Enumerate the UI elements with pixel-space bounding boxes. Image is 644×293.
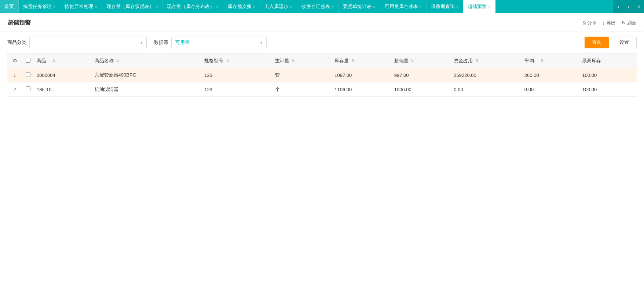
nav-close-7[interactable]: × — [332, 4, 334, 9]
th-unit[interactable]: 主计量 — [272, 54, 332, 68]
th-unit-label: 主计量 — [275, 58, 289, 63]
nav-close-4[interactable]: × — [216, 4, 218, 9]
th-max-stock-label: 最高库存 — [582, 58, 601, 63]
export-button[interactable]: ↓ 导出 — [603, 20, 616, 26]
nav-close-1[interactable]: × — [53, 4, 55, 9]
nav-item-10[interactable]: 保质期查询 × — [427, 0, 463, 13]
settings-button[interactable]: 设置 — [612, 37, 637, 48]
nav-close-6[interactable]: × — [290, 4, 292, 9]
nav-arrows: ‹ › × — [613, 0, 644, 13]
refresh-icon: ↻ — [622, 20, 626, 26]
category-filter: 商品分类 ▾ — [7, 37, 147, 48]
nav-item-8[interactable]: 要货单统计表 × — [339, 0, 380, 13]
gear-icon[interactable]: ⚙ — [12, 58, 17, 64]
cell-unit-1: 个 — [272, 82, 332, 97]
th-product-name[interactable]: 商品名称 — [92, 54, 202, 68]
table-header-row: ⚙ 商品... 商品名称 规格型号 — [7, 54, 637, 68]
cell-unit-0: 套 — [272, 68, 332, 82]
th-stock[interactable]: 库存量 — [332, 54, 391, 68]
th-capital[interactable]: 资金占用 — [451, 54, 521, 68]
nav-label-11: 超储预警 — [468, 3, 487, 10]
nav-item-1[interactable]: 拣货任务管理 × — [19, 0, 60, 13]
cell-max-stock-1: 100.00 — [579, 82, 637, 97]
sort-spec-icon[interactable] — [226, 59, 229, 63]
cell-product-code-0: 0000004 — [34, 68, 92, 82]
th-product-code[interactable]: 商品... — [34, 54, 92, 68]
nav-close-5[interactable]: × — [253, 4, 255, 9]
nav-label-5: 库存批次账 — [228, 3, 252, 10]
nav-item-5[interactable]: 库存批次账 × — [223, 0, 260, 13]
sort-stock-icon[interactable] — [351, 59, 355, 63]
nav-close-9[interactable]: × — [420, 4, 422, 9]
cell-avg-1: 0.00 — [522, 82, 579, 97]
nav-label-8: 要货单统计表 — [343, 3, 372, 10]
th-gear[interactable]: ⚙ — [7, 54, 22, 68]
sort-product-code-icon[interactable] — [52, 59, 56, 63]
row-num-1: 2 — [7, 82, 22, 97]
share-icon: ⎘ — [583, 20, 586, 26]
cell-product-name-1: 机油滤清器 — [92, 82, 202, 97]
nav-label-3: 现存量（库存状况表） — [106, 3, 154, 10]
nav-item-11[interactable]: 超储预警 × — [463, 0, 495, 13]
nav-item-3[interactable]: 现存量（库存状况表） × — [102, 0, 162, 13]
table-row: 2 186-10... 机油滤清器 123 个 1106.00 1006.00 … — [7, 82, 637, 97]
datasource-label: 数据源 — [154, 39, 168, 46]
th-max-stock[interactable]: 最高库存 — [579, 54, 637, 68]
nav-arrow-close[interactable]: × — [634, 0, 644, 13]
cell-avg-0: 260.00 — [522, 68, 579, 82]
nav-label-10: 保质期查询 — [431, 3, 455, 10]
row-checkbox-0[interactable] — [22, 68, 34, 82]
cell-capital-0: 259220.00 — [451, 68, 521, 82]
cell-product-code-1: 186-10... — [34, 82, 92, 97]
th-product-name-label: 商品名称 — [95, 58, 114, 63]
page-header: 超储预警 ⎘ 分享 ↓ 导出 ↻ 刷新 — [0, 13, 644, 31]
nav-item-6[interactable]: 出入库流水 × — [260, 0, 297, 13]
nav-item-7[interactable]: 收发存汇总表 × — [297, 0, 339, 13]
share-button[interactable]: ⎘ 分享 — [583, 20, 597, 26]
category-select[interactable]: ▾ — [29, 37, 147, 48]
th-checkbox[interactable] — [22, 54, 34, 68]
th-capital-label: 资金占用 — [454, 58, 473, 63]
nav-item-4[interactable]: 现存量（库存分布表） × — [162, 0, 223, 13]
filter-buttons: 查询 设置 — [585, 37, 637, 48]
sort-unit-icon[interactable] — [292, 59, 295, 63]
nav-label-1: 拣货任务管理 — [23, 3, 52, 10]
nav-close-2[interactable]: × — [95, 4, 97, 9]
nav-item-9[interactable]: 可用量库存账本 × — [380, 0, 427, 13]
nav-label-6: 出入库流水 — [264, 3, 288, 10]
nav-label-9: 可用量库存账本 — [385, 3, 418, 10]
nav-close-11[interactable]: × — [488, 4, 490, 9]
query-button[interactable]: 查询 — [585, 37, 609, 48]
nav-label-7: 收发存汇总表 — [301, 3, 330, 10]
sort-avg-icon[interactable] — [540, 59, 544, 63]
th-avg[interactable]: 平均... — [522, 54, 579, 68]
sort-capital-icon[interactable] — [475, 59, 479, 63]
nav-close-3[interactable]: × — [155, 4, 158, 9]
sort-product-name-icon[interactable] — [116, 59, 119, 63]
cell-product-name-0: 六配套新昌490BPG — [92, 68, 202, 82]
nav-item-2[interactable]: 拣货异常处理 × — [60, 0, 102, 13]
header-actions: ⎘ 分享 ↓ 导出 ↻ 刷新 — [583, 20, 637, 26]
refresh-button[interactable]: ↻ 刷新 — [622, 20, 637, 26]
select-all-checkbox[interactable] — [26, 58, 30, 63]
sort-over-stock-icon[interactable] — [411, 59, 414, 63]
nav-close-10[interactable]: × — [456, 4, 458, 9]
datasource-select[interactable]: 可用量 ▾ — [171, 37, 267, 48]
datasource-chevron-icon: ▾ — [260, 40, 263, 45]
nav-close-8[interactable]: × — [373, 4, 375, 9]
th-over-stock-label: 超储量 — [394, 58, 409, 63]
row-checkbox-1[interactable] — [22, 82, 34, 97]
th-avg-label: 平均... — [524, 58, 538, 63]
th-over-stock[interactable]: 超储量 — [391, 54, 451, 68]
nav-arrow-left[interactable]: ‹ — [613, 0, 623, 13]
th-spec[interactable]: 规格型号 — [201, 54, 272, 68]
cell-max-stock-0: 100.00 — [579, 68, 637, 82]
table-row: 1 0000004 六配套新昌490BPG 123 套 1097.00 997.… — [7, 68, 637, 82]
cell-over-stock-0: 997.00 — [391, 68, 451, 82]
page-title: 超储预警 — [7, 19, 31, 27]
nav-label-4: 现存量（库存分布表） — [167, 3, 215, 10]
cell-stock-1: 1106.00 — [332, 82, 391, 97]
nav-arrow-right[interactable]: › — [623, 0, 634, 13]
filter-row: 商品分类 ▾ 数据源 可用量 ▾ 查询 设置 — [0, 31, 644, 53]
nav-item-home[interactable]: 首页 — [0, 0, 19, 13]
